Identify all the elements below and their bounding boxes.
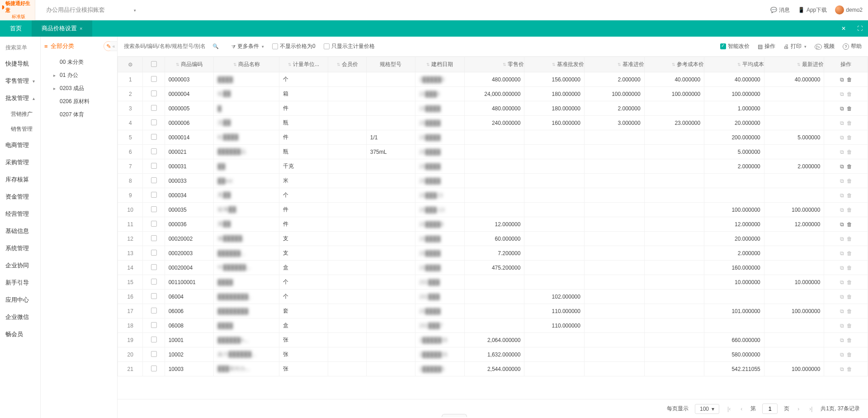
row-checkbox[interactable]: [151, 366, 157, 371]
tree-title[interactable]: 全部分类: [51, 42, 74, 50]
sidebar-item[interactable]: 零售管理▾: [0, 72, 40, 90]
delete-icon[interactable]: 🗑: [847, 323, 852, 329]
copy-icon[interactable]: ⧉: [840, 192, 844, 199]
sidebar-item[interactable]: 系统管理: [0, 240, 40, 257]
row-checkbox[interactable]: [151, 90, 157, 96]
copy-icon[interactable]: ⧉: [840, 76, 844, 83]
delete-icon[interactable]: 🗑: [847, 337, 852, 343]
copy-icon[interactable]: ⧉: [840, 120, 844, 126]
delete-icon[interactable]: 🗑: [847, 91, 852, 97]
table-row[interactable]: 10000003████个2█████0480.000000156.000000…: [118, 72, 868, 87]
sidebar-item[interactable]: 畅会员: [0, 326, 40, 343]
col-latest[interactable]: ⇅最新进价: [764, 57, 824, 72]
table-row[interactable]: 1706006████████套20████110.000000101.0000…: [118, 304, 868, 318]
table-row[interactable]: 1200020002侧█████.支20████60.00000020.0000…: [118, 232, 868, 246]
sidebar-item[interactable]: 批发管理▴: [0, 90, 40, 107]
sidebar-item[interactable]: 企业协同: [0, 257, 40, 274]
sidebar-item[interactable]: 应用中心: [0, 291, 40, 309]
row-checkbox[interactable]: [151, 351, 157, 357]
table-row[interactable]: 1806008████盒202███7110.000000⧉🗑: [118, 318, 868, 333]
delete-icon[interactable]: 🗑: [847, 265, 852, 271]
col-code[interactable]: ⇅商品编码: [165, 57, 214, 72]
delete-icon[interactable]: 🗑: [847, 250, 852, 256]
table-row[interactable]: 30000005█件20████480.000000180.0000002.00…: [118, 101, 868, 116]
row-checkbox[interactable]: [151, 76, 157, 82]
delete-icon[interactable]: 🗑: [847, 308, 852, 314]
table-row[interactable]: 11000036测██件20████812.00000012.00000012.…: [118, 217, 868, 232]
table-row[interactable]: 1910001██████A...张2█████052,064.00000066…: [118, 333, 868, 347]
copy-icon[interactable]: ⧉: [840, 250, 844, 256]
close-all-tabs-button[interactable]: ✕: [835, 20, 852, 37]
copy-icon[interactable]: ⧉: [840, 323, 844, 329]
table-row[interactable]: 1300020003██████...支20████7.2000002.0000…: [118, 246, 868, 261]
col-unit[interactable]: ⇅计量单位...: [279, 57, 328, 72]
table-row[interactable]: 6000021██████品瓶375mL20████5.000000⧉🗑: [118, 145, 868, 159]
sidebar-item[interactable]: 基础信息: [0, 223, 40, 240]
grid-scroll[interactable]: ⇅商品编码 ⇅商品名称 ⇅计量单位... ⇅会员价 规格型号 ⇅建档日期 ⇅零售…: [118, 57, 868, 399]
copy-icon[interactable]: ⧉: [840, 221, 844, 228]
copy-icon[interactable]: ⧉: [840, 279, 844, 285]
smart-price-button[interactable]: 智能改价: [720, 43, 750, 50]
close-icon[interactable]: ×: [80, 26, 82, 31]
copy-icon[interactable]: ⧉: [840, 337, 844, 343]
sidebar-item[interactable]: 库存核算: [0, 171, 40, 188]
hide-zero-checkbox[interactable]: 不显示价格为0: [272, 43, 316, 50]
row-checkbox[interactable]: [151, 250, 157, 256]
page-input[interactable]: [762, 404, 778, 414]
tree-item[interactable]: ▸01 办公: [44, 69, 113, 82]
operate-dropdown[interactable]: ▤ 操作: [758, 43, 775, 50]
col-member-price[interactable]: ⇅会员价: [328, 57, 366, 72]
row-checkbox[interactable]: [151, 192, 157, 198]
copy-icon[interactable]: ⧉: [840, 294, 844, 300]
video-button[interactable]: 视频: [815, 43, 835, 50]
per-page-select[interactable]: 100: [695, 404, 719, 414]
copy-icon[interactable]: ⧉: [840, 236, 844, 242]
row-checkbox[interactable]: [151, 279, 157, 285]
copy-icon[interactable]: ⧉: [840, 149, 844, 155]
row-checkbox[interactable]: [151, 105, 157, 111]
delete-icon[interactable]: 🗑: [847, 134, 852, 141]
sidebar-item[interactable]: 经营管理: [0, 205, 40, 223]
sidebar-item[interactable]: 资金管理: [0, 188, 40, 205]
delete-icon[interactable]: 🗑: [847, 178, 852, 184]
table-row[interactable]: 2010002扬力██████...张2█████051,632.0000005…: [118, 347, 868, 362]
pager-prev[interactable]: ‹: [739, 406, 744, 412]
workspace-selector[interactable]: 办公用品行业模拟账套: [46, 6, 136, 14]
table-row[interactable]: 40000006洗██瓶20████240.000000160.0000003.…: [118, 116, 868, 130]
col-spec[interactable]: 规格型号: [366, 57, 415, 72]
row-checkbox[interactable]: [151, 264, 157, 270]
search-icon[interactable]: [212, 43, 219, 49]
print-dropdown[interactable]: 🖨 打印: [783, 43, 807, 50]
sidebar-item[interactable]: 电商管理: [0, 137, 40, 154]
copy-icon[interactable]: ⧉: [840, 105, 844, 112]
delete-icon[interactable]: 🗑: [847, 105, 852, 112]
row-checkbox[interactable]: [151, 293, 157, 299]
table-row[interactable]: 1400020004中██████...盒20████475.200000160…: [118, 261, 868, 275]
bottom-drawer-handle[interactable]: [442, 414, 467, 417]
table-row[interactable]: 8000033██est米20████⧉🗑: [118, 174, 868, 188]
sidebar-item[interactable]: 企业微信: [0, 309, 40, 326]
copy-icon[interactable]: ⧉: [840, 91, 844, 97]
copy-icon[interactable]: ⧉: [840, 178, 844, 184]
col-settings[interactable]: [118, 57, 143, 72]
copy-icon[interactable]: ⧉: [840, 308, 844, 314]
row-checkbox[interactable]: [151, 337, 157, 342]
delete-icon[interactable]: 🗑: [847, 207, 852, 213]
copy-icon[interactable]: ⧉: [840, 265, 844, 271]
delete-icon[interactable]: 🗑: [847, 236, 852, 242]
sidebar-search[interactable]: 搜索菜单: [0, 40, 40, 55]
row-checkbox[interactable]: [151, 206, 157, 212]
delete-icon[interactable]: 🗑: [847, 76, 852, 83]
copy-icon[interactable]: ⧉: [840, 207, 844, 213]
row-checkbox[interactable]: [151, 177, 157, 183]
more-conditions-button[interactable]: 更多条件: [231, 43, 264, 50]
col-select-all[interactable]: [143, 57, 165, 72]
table-row[interactable]: 1606004████████..个202███102.000000⧉🗑: [118, 290, 868, 304]
delete-icon[interactable]: 🗑: [847, 294, 852, 300]
sidebar-subitem[interactable]: 销售管理: [0, 122, 40, 137]
delete-icon[interactable]: 🗑: [847, 279, 852, 285]
copy-icon[interactable]: ⧉: [840, 163, 844, 170]
copy-icon[interactable]: ⧉: [840, 352, 844, 358]
col-purchase[interactable]: ⇅基准进价: [584, 57, 644, 72]
row-checkbox[interactable]: [151, 308, 157, 314]
